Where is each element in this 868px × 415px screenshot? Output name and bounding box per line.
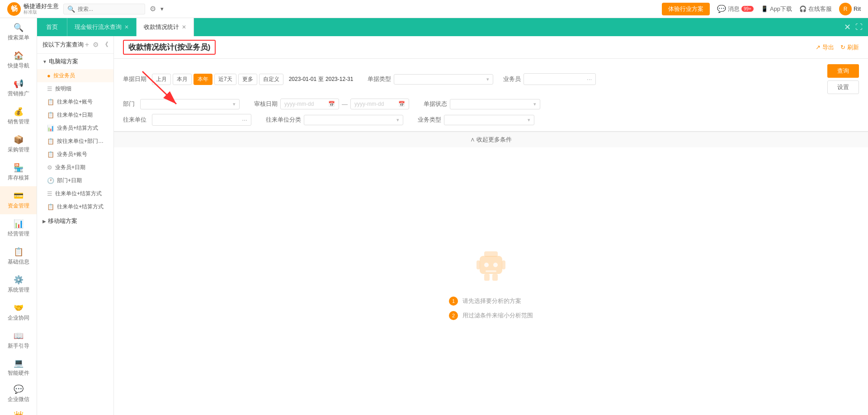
scheme-item-sales-account[interactable]: 📋 业务员+账号 xyxy=(37,148,113,161)
sidebar-item-inventory[interactable]: 🏪 库存核算 xyxy=(0,158,37,186)
scheme-collapse-btn[interactable]: 《 xyxy=(102,41,108,49)
review-date-end-input[interactable]: yyyy-mm-dd 📅 xyxy=(350,99,409,109)
empty-illustration xyxy=(468,242,514,288)
date-btn-7days[interactable]: 近7天 xyxy=(214,74,236,85)
user-avatar[interactable]: R Rit xyxy=(839,3,861,15)
doc-status-label: 单据状态 xyxy=(424,100,447,108)
partner-category-select[interactable]: ▾ xyxy=(304,115,403,125)
sidebar-item-guide[interactable]: 📖 新手引导 xyxy=(0,326,37,354)
tab-expand-btn[interactable]: ⛶ xyxy=(855,23,863,31)
refresh-btn[interactable]: ↻ 刷新 xyxy=(840,43,859,52)
sidebar-item-enterprise[interactable]: 🤝 企业协同 xyxy=(0,298,37,326)
scheme-item-unit-date[interactable]: 📋 往来单位+日期 xyxy=(37,108,113,122)
scheme-item-sales-date[interactable]: ⚙ 业务员+日期 xyxy=(37,161,113,174)
biz-type-select[interactable]: ▾ xyxy=(444,115,534,125)
review-date-start-input[interactable]: yyyy-mm-dd 📅 xyxy=(280,99,339,109)
app-download-btn[interactable]: 📱 App下载 xyxy=(761,5,792,13)
page-title-box: 收款情况统计(按业务员) xyxy=(123,40,216,55)
sidebar-item-marketing[interactable]: 📢 营销推广 xyxy=(0,74,37,102)
sidebar-item-system[interactable]: ⚙️ 系统管理 xyxy=(0,270,37,298)
doc-status-select[interactable]: ▾ xyxy=(450,99,540,109)
calendar-icon-1: 📅 xyxy=(328,101,335,107)
tab-bank[interactable]: 现金银行流水查询 ✕ xyxy=(67,18,137,36)
partner-category-chevron: ▾ xyxy=(396,117,399,123)
sidebar-item-quick-nav[interactable]: 🏠 快捷导航 xyxy=(0,46,37,74)
sidebar-item-sales[interactable]: 💰 销售管理 xyxy=(0,102,37,130)
tab-close-all-btn[interactable]: ✕ xyxy=(844,22,851,32)
settings-gear[interactable]: ⚙ xyxy=(150,5,156,13)
date-btn-custom[interactable]: 自定义 xyxy=(259,74,283,85)
sidebar-item-member[interactable]: 👑 畅会员 xyxy=(0,407,37,415)
scheme-header-label: 按以下方案查询 xyxy=(42,41,84,49)
sidebar-item-finance[interactable]: 💳 资金管理 xyxy=(0,186,37,214)
scheme-group-mobile: ▶ 移动端方案 xyxy=(37,213,113,229)
top-search-input[interactable] xyxy=(78,6,141,12)
scheme-item-by-detail[interactable]: ☰ 按明细 xyxy=(37,82,113,95)
scheme-item-by-salesperson[interactable]: ● 按业务员 xyxy=(37,69,113,82)
tab-receipt-close[interactable]: ✕ xyxy=(182,24,186,30)
date-btn-this-month[interactable]: 本月 xyxy=(173,74,192,85)
scheme-panel: 按以下方案查询 + ⚙ 《 ▼ 电脑端方案 xyxy=(37,36,114,415)
scheme-item-sales-method[interactable]: 📊 业务员+结算方式 xyxy=(37,122,113,135)
svg-rect-6 xyxy=(502,260,505,269)
scheme-item-unit-method1[interactable]: ☰ 往来单位+结算方式 xyxy=(37,187,113,200)
scheme-item-unit-method2[interactable]: 📋 往来单位+结算方式 xyxy=(37,200,113,213)
trial-btn[interactable]: 体验行业方案 xyxy=(662,3,710,15)
page-title: 收款情况统计(按业务员) xyxy=(128,43,210,52)
sidebar: 🔍 搜索菜单 🏠 快捷导航 📢 营销推广 💰 销售管理 📦 采购管理 🏪 xyxy=(0,18,37,415)
sidebar-item-basic[interactable]: 📋 基础信息 xyxy=(0,242,37,270)
settings-btn[interactable]: 设置 xyxy=(827,80,859,94)
collapse-bar[interactable]: ∧ 收起更多条件 xyxy=(114,132,868,147)
guide-icon: 📖 xyxy=(14,331,24,341)
scheme-item-unit-account[interactable]: 📋 往来单位+账号 xyxy=(37,95,113,108)
partner-label: 往来单位 xyxy=(123,116,146,124)
date-range-display: 2023-01-01 至 2023-12-31 xyxy=(289,75,354,83)
tab-home[interactable]: 首页 xyxy=(37,18,67,36)
query-btn[interactable]: 查询 xyxy=(827,64,859,78)
scheme-item-dept-date[interactable]: 🕐 部门+日期 xyxy=(37,174,113,187)
date-btns-group: 上月 本月 本年 近7天 更多 自定义 xyxy=(152,74,283,85)
partner-input[interactable]: ··· xyxy=(152,114,251,126)
sidebar-item-operations[interactable]: 📊 经营管理 xyxy=(0,214,37,242)
scheme-add-btn[interactable]: + xyxy=(85,41,89,49)
sidebar-item-wechat[interactable]: 💬 企业微信 xyxy=(0,381,37,407)
salesperson-scheme-icon: ● xyxy=(47,72,51,79)
page-header: 收款情况统计(按业务员) ↗ 导出 ↻ 刷新 xyxy=(114,36,868,59)
dept-select[interactable]: ▾ xyxy=(140,99,240,109)
scheme-item-unit-dept[interactable]: 📋 按往来单位+部门+收... xyxy=(37,135,113,148)
basic-icon: 📋 xyxy=(14,247,24,257)
top-search-area: 🔍 xyxy=(63,4,145,14)
logo: 畅 畅捷通好生意 标准版 xyxy=(7,2,59,16)
brand-name: 畅捷通好生意 xyxy=(24,3,59,10)
export-btn[interactable]: ↗ 导出 xyxy=(816,43,834,52)
sidebar-item-search-menu[interactable]: 🔍 搜索菜单 xyxy=(0,18,37,46)
sales-icon: 💰 xyxy=(14,107,24,117)
partner-more-btn[interactable]: ··· xyxy=(242,116,247,123)
sidebar-item-hardware[interactable]: 💻 智能硬件 xyxy=(0,354,37,381)
doc-type-select[interactable]: ▾ xyxy=(394,74,493,85)
date-btn-more[interactable]: 更多 xyxy=(238,74,257,85)
date-btn-last-month[interactable]: 上月 xyxy=(152,74,171,85)
sales-method-icon: 📊 xyxy=(47,125,54,132)
scheme-group-desktop-title[interactable]: ▼ 电脑端方案 xyxy=(37,54,113,69)
doc-type-label: 单据类型 xyxy=(368,75,391,83)
empty-state: 1 请先选择要分析的方案 2 用过滤条件来缩小分析范围 xyxy=(114,147,868,415)
inventory-icon: 🏪 xyxy=(14,163,24,173)
date-btn-this-year[interactable]: 本年 xyxy=(193,74,212,85)
online-service-btn[interactable]: 🎧 在线客服 xyxy=(799,5,832,13)
scheme-group-mobile-title[interactable]: ▶ 移动端方案 xyxy=(37,213,113,229)
username: Rit xyxy=(854,5,861,12)
svg-rect-4 xyxy=(486,270,496,272)
scheme-settings-btn[interactable]: ⚙ xyxy=(93,41,99,49)
salesperson-field[interactable]: ··· xyxy=(524,73,596,85)
tab-receipt[interactable]: 收款情况统计 ✕ xyxy=(137,18,194,36)
tab-bank-close[interactable]: ✕ xyxy=(124,24,129,30)
logo-icon: 畅 xyxy=(7,2,21,16)
mobile-group-arrow-icon: ▶ xyxy=(42,219,46,224)
review-date-label: 审核日期 xyxy=(254,100,278,108)
sidebar-item-purchase[interactable]: 📦 采购管理 xyxy=(0,130,37,158)
messages-btn[interactable]: 💬 消息 99+ xyxy=(717,5,754,13)
hint-num-2: 2 xyxy=(449,311,458,320)
date-dash: — xyxy=(342,101,348,108)
search-menu-icon: 🔍 xyxy=(14,23,24,33)
